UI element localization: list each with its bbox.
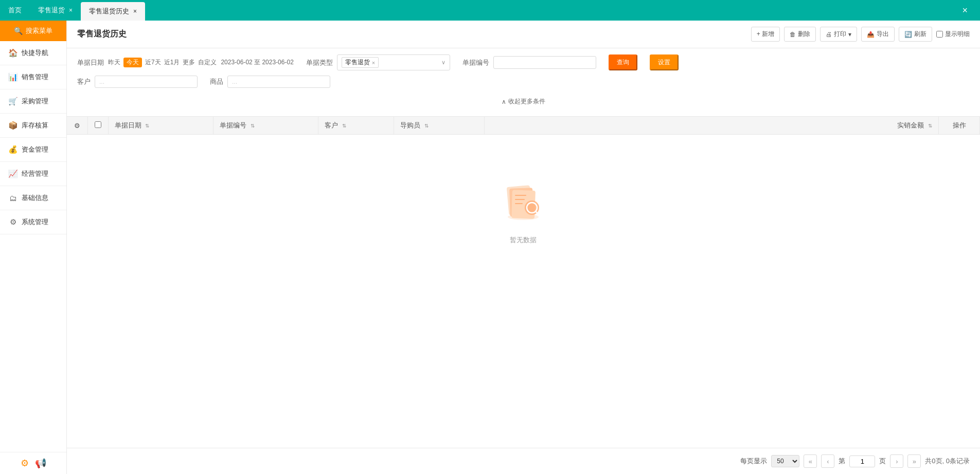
settings-bottom-icon[interactable]: ⚙: [21, 458, 29, 469]
date-today[interactable]: 今天: [123, 58, 142, 67]
filter-row-2: 客户 ... 商品 ...: [77, 76, 970, 88]
sidebar-item-sales[interactable]: 📊 销售管理: [0, 65, 66, 89]
print-icon: 🖨: [826, 31, 832, 38]
search-icon: 🔍: [14, 27, 23, 35]
home-icon: 🏠: [8, 48, 17, 58]
sidebar-bottom: ⚙ 📢: [0, 452, 66, 474]
next-page-icon: ›: [896, 458, 898, 465]
type-tag-close[interactable]: ×: [372, 60, 375, 66]
table-body: 暂无数据: [67, 135, 980, 286]
th-settings[interactable]: ⚙: [67, 117, 87, 135]
th-id[interactable]: 单据编号 ⇅: [213, 117, 318, 135]
settings-button-label: 设置: [658, 59, 670, 66]
empty-text: 暂无数据: [510, 235, 537, 245]
empty-icon: [497, 176, 549, 227]
tab-home-label: 首页: [8, 6, 22, 15]
id-filter-input[interactable]: [493, 56, 596, 69]
sidebar-item-system[interactable]: ⚙ 系统管理: [0, 210, 66, 234]
th-customer[interactable]: 客户 ⇅: [318, 117, 394, 135]
type-filter-select[interactable]: 零售退货 × ∨: [337, 54, 450, 70]
tab-retail-return-history-close[interactable]: ×: [133, 8, 137, 15]
show-detail-label: 显示明细: [945, 30, 970, 39]
date-yesterday[interactable]: 昨天: [108, 58, 120, 67]
next-page-button[interactable]: ›: [890, 454, 903, 468]
operations-icon: 📈: [8, 169, 17, 178]
th-amount-label: 实销金额: [897, 121, 924, 129]
filter-date: 单据日期 昨天 今天 近7天 近1月 更多 自定义 2023-06-02 至 2…: [77, 58, 294, 67]
date-shortcuts: 昨天 今天 近7天 近1月 更多 自定义: [108, 58, 217, 67]
main-layout: 🔍 搜索菜单 🏠 快捷导航 📊 销售管理 🛒 采购管理 📦 库存核算 💰 资金管…: [0, 21, 980, 474]
th-guide[interactable]: 导购员 ⇅: [394, 117, 485, 135]
refresh-button[interactable]: 🔄 刷新: [899, 27, 932, 42]
sidebar: 🔍 搜索菜单 🏠 快捷导航 📊 销售管理 🛒 采购管理 📦 库存核算 💰 资金管…: [0, 21, 67, 474]
data-table: ⚙ 单据日期 ⇅ 单据编号 ⇅ 客户: [67, 117, 980, 286]
sound-icon[interactable]: 📢: [35, 458, 46, 469]
th-checkbox[interactable]: [87, 117, 108, 135]
last-page-button[interactable]: »: [907, 454, 921, 468]
th-guide-sort-icon: ⇅: [424, 123, 429, 129]
window-close-button[interactable]: ×: [958, 5, 972, 15]
prev-page-icon: ‹: [827, 458, 829, 465]
export-button[interactable]: 📤 导出: [861, 27, 895, 42]
date-more[interactable]: 更多: [183, 58, 195, 67]
sidebar-item-inventory[interactable]: 📦 库存核算: [0, 114, 66, 138]
sidebar-item-finance[interactable]: 💰 资金管理: [0, 138, 66, 162]
date-range-display: 2023-06-02 至 2023-06-02: [221, 58, 293, 67]
sidebar-item-purchase[interactable]: 🛒 采购管理: [0, 89, 66, 114]
query-button-label: 查询: [617, 59, 629, 66]
prev-page-button[interactable]: ‹: [821, 454, 834, 468]
tab-retail-return-history[interactable]: 零售退货历史 ×: [81, 2, 145, 21]
date-filter-label: 单据日期: [77, 58, 104, 67]
collapse-button[interactable]: ∧ 收起更多条件: [495, 95, 551, 108]
table-header-row: ⚙ 单据日期 ⇅ 单据编号 ⇅ 客户: [67, 117, 980, 135]
tab-retail-return-history-label: 零售退货历史: [89, 7, 129, 16]
delete-button[interactable]: 🗑 删除: [784, 27, 816, 42]
page-size-select[interactable]: 10 20 50 100: [771, 455, 799, 467]
date-custom[interactable]: 自定义: [198, 58, 217, 67]
page-number-input[interactable]: [849, 455, 875, 467]
show-detail-checkbox[interactable]: [936, 31, 943, 38]
tab-retail-return-close[interactable]: ×: [69, 7, 73, 14]
new-button[interactable]: + 新增: [751, 27, 780, 42]
select-all-checkbox[interactable]: [95, 121, 101, 128]
basic-info-icon: 🗂: [8, 193, 17, 203]
th-amount[interactable]: 实销金额 ⇅: [485, 117, 939, 135]
empty-state: 暂无数据: [67, 135, 980, 286]
collapse-row: ∧ 收起更多条件: [77, 93, 970, 110]
tab-retail-return-label: 零售退货: [38, 6, 65, 15]
print-button-label: 打印: [834, 30, 846, 39]
query-button[interactable]: 查询: [609, 54, 637, 70]
delete-icon: 🗑: [790, 31, 796, 38]
print-button[interactable]: 🖨 打印 ▾: [820, 27, 857, 42]
filter-goods: 商品 ...: [210, 76, 330, 88]
type-dropdown-arrow: ∨: [441, 59, 446, 66]
th-id-sort-icon: ⇅: [251, 123, 255, 129]
top-bar: 首页 零售退货 × 零售退货历史 × ×: [0, 0, 980, 21]
date-7days[interactable]: 近7天: [145, 58, 161, 67]
th-actions: 操作: [939, 117, 980, 135]
th-customer-label: 客户: [325, 121, 338, 129]
search-bar[interactable]: 🔍 搜索菜单: [0, 21, 66, 41]
sales-icon: 📊: [8, 72, 17, 82]
sidebar-item-basic-info[interactable]: 🗂 基础信息: [0, 186, 66, 210]
goods-filter-select[interactable]: ...: [227, 76, 330, 88]
first-page-icon: «: [809, 458, 812, 465]
sidebar-item-quick-nav-label: 快捷导航: [22, 48, 48, 58]
th-date[interactable]: 单据日期 ⇅: [108, 117, 213, 135]
settings-button[interactable]: 设置: [650, 54, 679, 70]
sidebar-item-operations[interactable]: 📈 经营管理: [0, 162, 66, 186]
sidebar-item-basic-info-label: 基础信息: [22, 193, 48, 203]
last-page-icon: »: [913, 458, 916, 465]
tab-retail-return[interactable]: 零售退货 ×: [30, 0, 81, 21]
first-page-button[interactable]: «: [804, 454, 817, 468]
th-date-label: 单据日期: [115, 121, 141, 129]
customer-filter-select[interactable]: ...: [95, 76, 198, 88]
date-1month[interactable]: 近1月: [164, 58, 180, 67]
refresh-icon: 🔄: [904, 31, 912, 38]
print-dropdown-icon: ▾: [848, 31, 851, 38]
inventory-icon: 📦: [8, 121, 17, 130]
show-detail-checkbox-label[interactable]: 显示明细: [936, 30, 970, 39]
tab-home[interactable]: 首页: [0, 0, 30, 21]
goods-ellipsis: ...: [232, 78, 237, 85]
sidebar-item-quick-nav[interactable]: 🏠 快捷导航: [0, 41, 66, 65]
